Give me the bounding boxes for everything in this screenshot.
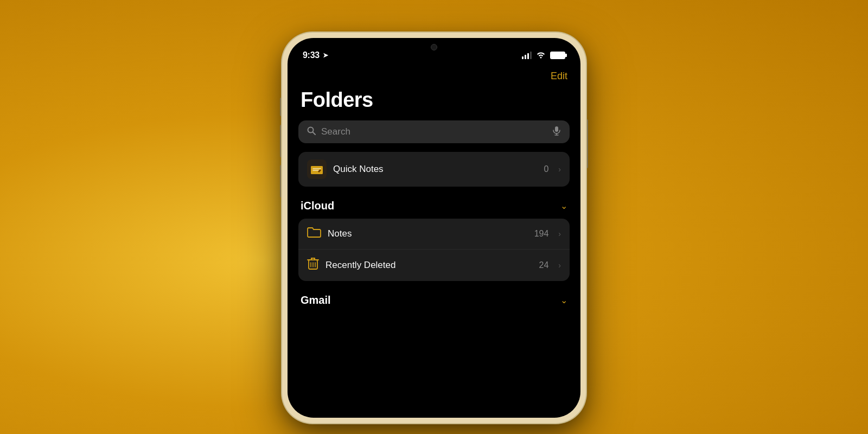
location-icon: ➤ [323, 52, 328, 59]
notch [391, 38, 477, 56]
quick-notes-chevron: › [558, 165, 561, 174]
search-bar[interactable]: Search [298, 120, 570, 143]
gmail-chevron-down[interactable]: ⌄ [560, 295, 567, 305]
phone-wrapper: 9:33 ➤ [282, 33, 586, 423]
top-bar: Edit [298, 66, 570, 86]
time-display: 9:33 [303, 50, 320, 60]
edit-button[interactable]: Edit [551, 71, 567, 82]
quick-notes-icon-wrap [307, 159, 327, 179]
gmail-title: Gmail [301, 294, 331, 307]
icloud-section-header[interactable]: iCloud ⌄ [298, 195, 570, 219]
phone-screen: 9:33 ➤ [288, 38, 580, 418]
notes-folder-icon [307, 226, 321, 241]
signal-bar-2 [525, 55, 526, 59]
recently-deleted-label: Recently Deleted [326, 260, 533, 271]
notes-count: 194 [534, 229, 549, 239]
svg-rect-2 [555, 126, 558, 132]
battery-fill [551, 53, 564, 58]
page-title: Folders [298, 86, 570, 120]
power-button [586, 119, 588, 168]
status-time: 9:33 ➤ [303, 50, 328, 60]
notes-label: Notes [328, 228, 528, 239]
gmail-section-header[interactable]: Gmail ⌄ [298, 290, 570, 311]
recently-deleted-count: 24 [539, 260, 549, 270]
main-content: Edit Folders Search [288, 66, 580, 418]
svg-line-1 [313, 132, 316, 135]
search-icon [307, 126, 316, 137]
notes-chevron: › [558, 229, 561, 238]
quick-notes-count: 0 [544, 164, 548, 174]
signal-bar-1 [522, 56, 524, 59]
camera-dot [431, 44, 437, 50]
icloud-notes-list: Notes 194 › [298, 219, 570, 281]
signal-bar-3 [527, 53, 529, 59]
trash-icon [307, 257, 319, 273]
search-placeholder: Search [321, 126, 547, 137]
signal-bar-4 [530, 52, 532, 59]
quick-notes-row[interactable]: Quick Notes 0 › [298, 152, 570, 187]
icloud-title: iCloud [301, 200, 334, 212]
recently-deleted-row[interactable]: Recently Deleted 24 › [298, 250, 570, 281]
battery-icon [550, 52, 565, 59]
wifi-icon [536, 51, 546, 60]
signal-bars [522, 52, 532, 59]
quick-notes-label: Quick Notes [333, 164, 537, 175]
mic-icon[interactable] [552, 126, 561, 138]
notes-row[interactable]: Notes 194 › [298, 219, 570, 250]
icloud-chevron-down[interactable]: ⌄ [560, 201, 567, 211]
status-icons [522, 51, 565, 60]
recently-deleted-chevron: › [558, 261, 561, 270]
